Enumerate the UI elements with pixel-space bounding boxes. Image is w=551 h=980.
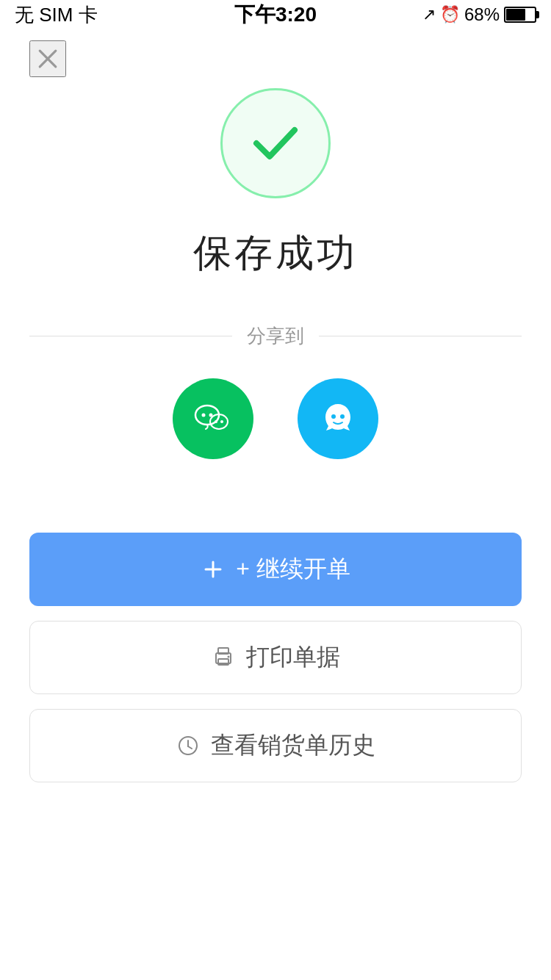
status-bar: 无 SIM 卡 下午3:20 ↗ ⏰ 68% (0, 0, 551, 29)
success-icon-circle (220, 88, 331, 198)
location-icon: ↗ (422, 5, 436, 24)
svg-point-6 (215, 420, 217, 423)
alarm-icon: ⏰ (440, 5, 460, 24)
status-right: ↗ ⏰ 68% (422, 4, 536, 25)
history-label: 查看销货单历史 (211, 729, 375, 762)
print-button[interactable]: 打印单据 (29, 621, 522, 694)
qq-icon (316, 397, 360, 441)
share-label: 分享到 (247, 323, 304, 349)
status-left: 无 SIM 卡 (15, 2, 104, 28)
wechat-share-button[interactable] (173, 378, 253, 459)
battery-text: 68% (464, 4, 500, 25)
status-time: 下午3:20 (234, 1, 317, 29)
printer-icon (211, 645, 236, 670)
svg-point-7 (220, 420, 223, 423)
main-content: 保存成功 分享到 (0, 29, 551, 782)
clock-icon (176, 733, 201, 758)
checkmark-icon (246, 114, 305, 173)
svg-point-9 (340, 414, 345, 419)
continue-label: + 继续开单 (236, 553, 350, 586)
svg-line-18 (188, 746, 192, 749)
share-section: 分享到 (0, 323, 551, 459)
share-divider: 分享到 (29, 323, 522, 349)
success-title: 保存成功 (193, 228, 358, 279)
close-button[interactable] (29, 40, 66, 77)
print-label: 打印单据 (246, 641, 340, 674)
qq-share-button[interactable] (298, 378, 378, 459)
sim-text: 无 SIM 卡 (15, 2, 98, 28)
svg-point-8 (331, 414, 336, 419)
history-button[interactable]: 查看销货单历史 (29, 709, 522, 782)
action-buttons: + 继续开单 打印单据 查看销 (0, 533, 551, 782)
svg-point-15 (228, 656, 230, 658)
plus-icon (201, 557, 226, 582)
wechat-icon (191, 397, 235, 441)
battery-icon (504, 7, 536, 23)
divider-left (29, 336, 232, 336)
share-icons-container (29, 378, 522, 459)
svg-point-3 (202, 414, 206, 417)
continue-button[interactable]: + 继续开单 (29, 533, 522, 606)
divider-right (319, 336, 522, 336)
